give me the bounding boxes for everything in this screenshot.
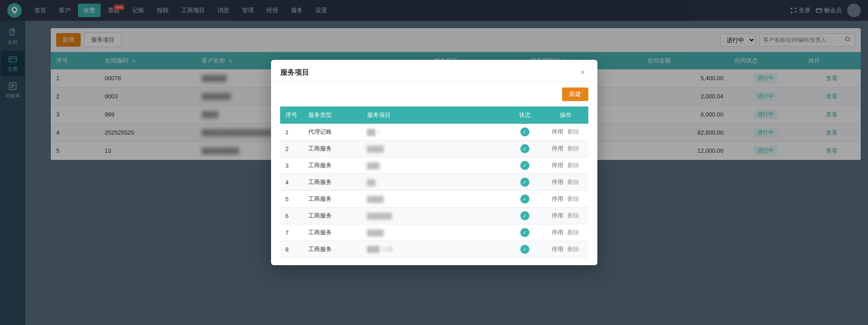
stop-link[interactable]: 停用 [552,128,563,135]
modal-cell-type: 工商服务 [303,174,362,191]
status-circle: ✓ [520,144,529,153]
modal-table-row: 4 工商服务 ██ ✓ 停用 删除 [280,174,588,191]
stop-link[interactable]: 停用 [552,212,563,219]
modal-table-row: 7 工商服务 ████ ✓ 停用 删除 [280,224,588,241]
modal-cell-type: 工商服务 [303,208,362,224]
modal-cell-item: ██ [362,174,507,191]
delete-link[interactable]: 删除 [567,128,579,135]
modal-cell-item: ███ [362,157,507,174]
modal-cell-item: ██████ [362,208,507,224]
modal-table: 序号 服务类型 服务项目 状态 操作 1 代理记账 ██ 1 ✓ 停用 删除 2… [280,107,588,258]
modal-cell-action: 停用 删除 [543,157,588,174]
stop-link[interactable]: 停用 [552,229,563,236]
delete-link[interactable]: 删除 [567,145,579,152]
modal-cell-action: 停用 删除 [543,191,588,208]
delete-link[interactable]: 删除 [567,162,579,169]
modal-cell-item: ████ [362,191,507,208]
delete-link[interactable]: 删除 [567,246,579,252]
modal-overlay[interactable]: 服务项目 × 新建 序号 服务类型 服务项目 状态 操作 1 [0,0,868,325]
delete-link[interactable]: 删除 [567,229,579,236]
modal-cell-status: ✓ [507,141,543,157]
modal-th-item: 服务项目 [362,107,507,124]
status-circle: ✓ [520,245,529,254]
modal-cell-seq: 4 [280,174,303,191]
status-circle: ✓ [520,194,529,204]
modal-table-row: 6 工商服务 ██████ ✓ 停用 删除 [280,208,588,224]
status-circle: ✓ [520,211,529,220]
modal-cell-status: ✓ [507,224,543,241]
modal-cell-action: 停用 删除 [543,241,588,258]
modal-cell-seq: 8 [280,241,303,258]
modal-new-button[interactable]: 新建 [562,87,588,101]
modal-cell-action: 停用 删除 [543,224,588,241]
modal-cell-seq: 5 [280,191,303,208]
modal-cell-seq: 6 [280,208,303,224]
service-item-modal: 服务项目 × 新建 序号 服务类型 服务项目 状态 操作 1 [271,60,597,265]
modal-header: 服务项目 × [271,60,597,82]
modal-cell-type: 工商服务 [303,141,362,157]
modal-cell-type: 工商服务 [303,241,362,258]
modal-cell-seq: 7 [280,224,303,241]
modal-cell-action: 停用 删除 [543,174,588,191]
modal-cell-type: 工商服务 [303,157,362,174]
modal-cell-item: ████ [362,141,507,157]
modal-th-type: 服务类型 [303,107,362,124]
modal-cell-type: 工商服务 [303,224,362,241]
modal-th-seq: 序号 [280,107,303,124]
modal-title: 服务项目 [280,68,309,78]
stop-link[interactable]: 停用 [552,162,563,169]
modal-cell-type: 工商服务 [303,191,362,208]
modal-table-row: 5 工商服务 ████ ✓ 停用 删除 [280,191,588,208]
modal-cell-status: ✓ [507,241,543,258]
modal-toolbar: 新建 [280,87,588,101]
modal-cell-status: ✓ [507,191,543,208]
modal-cell-item: ████ [362,224,507,241]
modal-cell-action: 停用 删除 [543,124,588,141]
stop-link[interactable]: 停用 [552,179,563,185]
status-circle: ✓ [520,127,529,136]
stop-link[interactable]: 停用 [552,246,563,252]
modal-table-row: 1 代理记账 ██ 1 ✓ 停用 删除 [280,124,588,141]
modal-cell-item: ██ 1 [362,124,507,141]
status-circle: ✓ [520,228,529,237]
modal-cell-action: 停用 删除 [543,141,588,157]
modal-cell-item: ███ 注册 [362,241,507,258]
modal-table-row: 3 工商服务 ███ ✓ 停用 删除 [280,157,588,174]
modal-table-row: 2 工商服务 ████ ✓ 停用 删除 [280,141,588,157]
delete-link[interactable]: 删除 [567,195,579,202]
modal-cell-status: ✓ [507,157,543,174]
modal-cell-status: ✓ [507,208,543,224]
modal-cell-seq: 1 [280,124,303,141]
modal-table-row: 8 工商服务 ███ 注册 ✓ 停用 删除 [280,241,588,258]
modal-cell-status: ✓ [507,124,543,141]
modal-close-button[interactable]: × [577,67,588,78]
delete-link[interactable]: 删除 [567,212,579,219]
modal-cell-type: 代理记账 [303,124,362,141]
modal-th-status: 状态 [507,107,543,124]
modal-body: 新建 序号 服务类型 服务项目 状态 操作 1 代理记账 ██ 1 ✓ [271,82,597,265]
modal-cell-seq: 3 [280,157,303,174]
modal-th-action: 操作 [543,107,588,124]
stop-link[interactable]: 停用 [552,195,563,202]
modal-cell-status: ✓ [507,174,543,191]
modal-cell-action: 停用 删除 [543,208,588,224]
status-circle: ✓ [520,178,529,187]
stop-link[interactable]: 停用 [552,145,563,152]
status-circle: ✓ [520,161,529,170]
modal-cell-seq: 2 [280,141,303,157]
delete-link[interactable]: 删除 [567,179,579,185]
